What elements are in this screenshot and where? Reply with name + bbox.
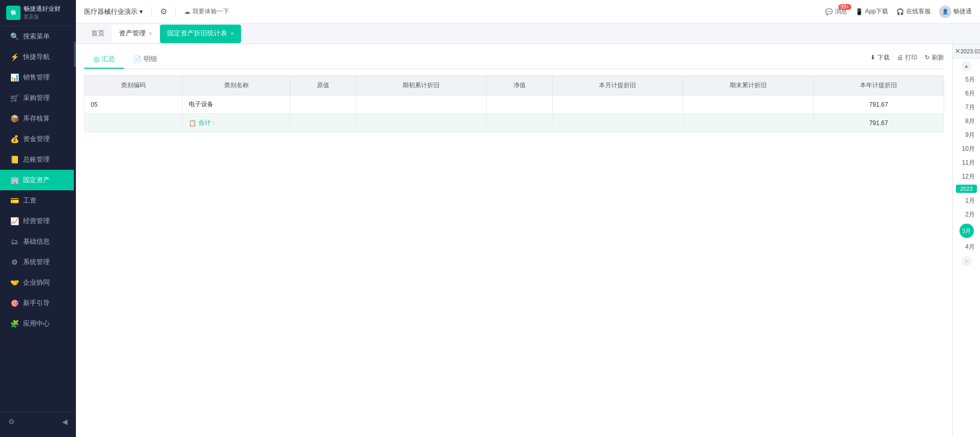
table-wrapper: 类别编码 类别名称 原值 期初累计折旧 净值 本月计提折旧 期末累计折旧 本年计… <box>84 75 944 431</box>
total-initial-accum <box>356 114 486 132</box>
sidebar-item-collab[interactable]: 🤝企业协同 <box>0 272 74 293</box>
summary-icon: ◎ <box>93 55 99 63</box>
sidebar-item-quicknav[interactable]: ⚡快捷导航 <box>0 47 74 67</box>
user-name: 畅捷通 <box>953 7 972 16</box>
search-icon: 🔍 <box>10 32 19 41</box>
tab-fixed-depreciation-close[interactable]: × <box>230 30 233 36</box>
sidebar-item-system[interactable]: ⚙系统管理 <box>0 252 74 272</box>
total-label: 📋 合计： <box>183 114 290 132</box>
sidebar-item-sales[interactable]: 📊销售管理 <box>0 67 74 88</box>
detail-icon: 📄 <box>133 55 142 63</box>
timeline-month[interactable]: 5月 <box>953 73 980 87</box>
sub-tab-detail[interactable]: 📄 明细 <box>124 50 166 69</box>
sidebar-item-label: 新手引导 <box>23 299 50 308</box>
cell-original <box>290 95 356 114</box>
timeline-month[interactable]: 8月 <box>953 114 980 128</box>
sidebar-item-label: 经营管理 <box>23 216 50 226</box>
settings-icon[interactable]: ⚙ <box>8 418 15 426</box>
settings-button[interactable]: ⚙ <box>160 7 167 16</box>
tab-fixed-asset-depreciation[interactable]: 固定资产折旧统计表 × <box>160 25 241 43</box>
timeline-month[interactable]: 10月 <box>953 142 980 156</box>
timeline-month[interactable]: 7月 <box>953 101 980 114</box>
timeline-month[interactable]: 9月 <box>953 128 980 142</box>
timeline-header: ✕ 2023.03 ⤢ <box>953 44 980 58</box>
sidebar-item-inventory[interactable]: 📦库存核算 <box>0 108 74 129</box>
sidebar-item-finance[interactable]: 💰资金管理 <box>0 129 74 149</box>
app-download-button[interactable]: 📱 App下载 <box>855 7 888 16</box>
total-net <box>487 114 553 132</box>
sidebar-item-label: 资金管理 <box>23 134 50 144</box>
sidebar-item-ledger[interactable]: 📒总账管理 <box>0 149 74 170</box>
sidebar-item-label: 工资 <box>23 196 36 205</box>
company-selector[interactable]: 医疗器械行业演示 ▾ <box>84 7 143 16</box>
topbar-divider <box>151 7 152 17</box>
experience-button[interactable]: ☁ 我要体验一下 <box>184 7 229 16</box>
print-button[interactable]: 🖨 打印 <box>897 53 917 62</box>
timeline-month[interactable]: 1月 <box>953 194 980 208</box>
print-icon: 🖨 <box>897 54 903 61</box>
timeline-month[interactable]: 6月 <box>953 87 980 101</box>
chevron-down-icon: ▾ <box>139 8 143 15</box>
app-version: 普及版 <box>24 13 61 21</box>
timeline-month[interactable]: 11月 <box>953 156 980 170</box>
sub-tab-summary[interactable]: ◎ 汇总 <box>84 50 124 69</box>
tab-home[interactable]: 首页 <box>84 25 112 43</box>
timeline-month[interactable]: 4月 <box>953 240 980 254</box>
timeline-close-icon[interactable]: ✕ <box>955 47 961 55</box>
messages-button[interactable]: 💬 消息 99+ <box>825 7 847 16</box>
total-icon: 📋 <box>189 120 196 127</box>
col-code: 类别编码 <box>85 76 183 95</box>
refresh-icon: ↻ <box>925 54 930 61</box>
sidebar-item-payroll[interactable]: 💳工资 <box>0 190 74 211</box>
timeline-scroll-up[interactable]: ▲ <box>962 61 972 71</box>
sidebar-item-label: 系统管理 <box>23 257 50 267</box>
sidebar-item-label: 总账管理 <box>23 155 50 164</box>
sidebar-item-search[interactable]: 🔍搜索菜单 <box>0 26 74 47</box>
sidebar-item-guide[interactable]: 🎯新手引导 <box>0 293 74 313</box>
tab-asset-mgmt[interactable]: 资产管理 × <box>112 25 159 43</box>
service-icon: 🎧 <box>896 8 904 15</box>
cell-end-accum <box>683 95 813 114</box>
user-menu[interactable]: 👤 畅捷通 <box>939 6 972 18</box>
collab-icon: 🤝 <box>10 278 19 287</box>
timeline-scroll-down[interactable]: ● <box>962 256 972 266</box>
company-name: 医疗器械行业演示 <box>84 7 137 16</box>
summary-label: 汇总 <box>102 54 115 64</box>
finance-icon: 💰 <box>10 134 19 144</box>
sidebar-item-label: 基础信息 <box>23 237 50 246</box>
sidebar-item-label: 企业协同 <box>23 278 50 287</box>
payroll-icon: 💳 <box>10 196 19 205</box>
sidebar-item-label: 销售管理 <box>23 73 50 82</box>
timeline-month[interactable]: 2月 <box>953 208 980 222</box>
sidebar-item-apps[interactable]: 🧩应用中心 <box>0 313 74 334</box>
tab-fixed-asset-depreciation-label: 固定资产折旧统计表 <box>167 29 227 38</box>
col-monthly: 本月计提折旧 <box>552 76 683 95</box>
tab-asset-mgmt-close[interactable]: × <box>149 30 152 36</box>
tab-asset-mgmt-label: 资产管理 <box>119 29 146 38</box>
table-row[interactable]: 05 电子设备 791.67 <box>85 95 944 114</box>
app-name: 畅捷通好业财 <box>24 5 61 13</box>
total-monthly <box>552 114 683 132</box>
sidebar-item-operation[interactable]: 📈经营管理 <box>0 211 74 231</box>
content-area: ◎ 汇总 📄 明细 ⬇ 下载 🖨 打印 <box>76 44 980 437</box>
refresh-button[interactable]: ↻ 刷新 <box>925 53 944 62</box>
sidebar-header: 畅 畅捷通好业财 普及版 <box>0 0 76 26</box>
ledger-icon: 📒 <box>10 155 19 164</box>
timeline-month[interactable]: 12月 <box>953 170 980 184</box>
timeline-active-month[interactable]: 3月 <box>959 224 974 238</box>
sidebar-item-purchase[interactable]: 🛒采购管理 <box>0 88 74 108</box>
download-icon: 📱 <box>855 8 863 15</box>
download-button[interactable]: ⬇ 下载 <box>870 53 890 62</box>
total-annual: 791.67 <box>813 114 944 132</box>
timeline-panel: ✕ 2023.03 ⤢ ▲5月6月7月8月9月10月11月12月20231月2月… <box>952 44 980 437</box>
timeline-content: ▲5月6月7月8月9月10月11月12月20231月2月3月4月● <box>953 58 980 437</box>
col-annual: 本年计提折旧 <box>813 76 944 95</box>
sidebar-footer: ⚙ ◀ <box>0 412 76 431</box>
basicinfo-icon: 🗂 <box>10 237 19 246</box>
sidebar-item-label: 固定资产 <box>23 175 50 185</box>
sidebar-item-basicinfo[interactable]: 🗂基础信息 <box>0 231 74 252</box>
sidebar-item-fixedasset[interactable]: 🏢固定资产 <box>0 170 74 190</box>
customer-service-button[interactable]: 🎧 在线客服 <box>896 7 931 16</box>
collapse-icon[interactable]: ◀ <box>62 418 68 426</box>
cloud-icon: ☁ <box>184 8 190 15</box>
